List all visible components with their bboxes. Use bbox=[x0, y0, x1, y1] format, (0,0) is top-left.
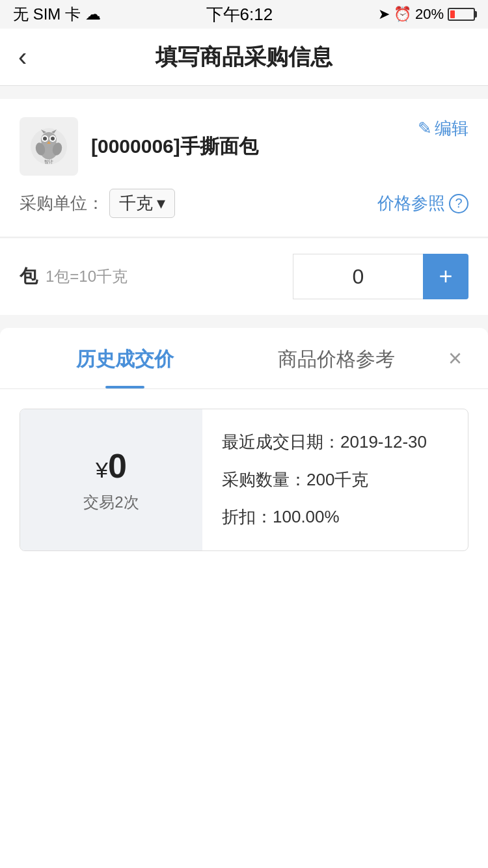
product-left: 智计 [0000006]手撕面包 bbox=[20, 117, 258, 176]
quantity-unit-info: 包 1包=10千克 bbox=[20, 264, 128, 289]
edit-button[interactable]: ✎ 编辑 bbox=[418, 117, 468, 140]
price-card: ¥0 交易2次 最近成交日期：2019-12-30 采购数量：200千克 折扣：… bbox=[20, 409, 468, 551]
unit-selector-group: 采购单位： 千克 ▾ bbox=[20, 189, 175, 218]
quantity-input[interactable]: 0 bbox=[293, 254, 423, 299]
price-amount: ¥0 bbox=[96, 446, 127, 485]
purchase-qty-row: 采购数量：200千克 bbox=[222, 467, 448, 494]
edit-icon: ✎ bbox=[418, 118, 432, 139]
status-left: 无 SIM 卡 ☁ bbox=[13, 4, 101, 25]
quantity-row: 包 1包=10千克 0 + bbox=[0, 238, 488, 315]
battery-percent: 20% bbox=[415, 6, 444, 23]
battery-icon bbox=[448, 8, 475, 21]
trade-count: 交易2次 bbox=[83, 492, 139, 513]
quantity-controls: 0 + bbox=[293, 254, 468, 299]
back-button[interactable]: ‹ bbox=[18, 42, 27, 72]
currency-symbol: ¥ bbox=[96, 457, 108, 482]
unit-badge: 包 bbox=[20, 264, 38, 289]
product-card: 智计 [0000006]手撕面包 ✎ 编辑 采购单位： 千克 ▾ 价格参照 ? bbox=[0, 99, 488, 236]
sim-label: 无 SIM 卡 ☁ bbox=[13, 4, 101, 25]
unit-select-dropdown[interactable]: 千克 ▾ bbox=[109, 189, 175, 218]
quantity-section: 包 1包=10千克 0 + bbox=[0, 237, 488, 315]
location-icon: ➤ bbox=[378, 6, 390, 23]
nav-bar: ‹ 填写商品采购信息 bbox=[0, 29, 488, 86]
svg-point-5 bbox=[43, 137, 47, 141]
tab-close-button[interactable]: × bbox=[442, 338, 468, 379]
status-time: 下午6:12 bbox=[206, 3, 273, 26]
page-title: 填写商品采购信息 bbox=[156, 42, 332, 72]
status-bar: 无 SIM 卡 ☁ 下午6:12 ➤ ⏰ 20% bbox=[0, 0, 488, 29]
svg-point-6 bbox=[51, 137, 55, 141]
svg-text:智计: 智计 bbox=[44, 159, 53, 164]
discount-row: 折扣：100.00% bbox=[222, 504, 448, 531]
tab-history-price[interactable]: 历史成交价 bbox=[20, 328, 230, 388]
bottom-space bbox=[0, 571, 488, 868]
battery-fill bbox=[450, 10, 455, 18]
tabs-header: 历史成交价 商品价格参考 × bbox=[0, 328, 488, 389]
quantity-plus-button[interactable]: + bbox=[423, 254, 468, 299]
status-right: ➤ ⏰ 20% bbox=[378, 6, 475, 23]
price-left-panel: ¥0 交易2次 bbox=[20, 409, 202, 550]
tab-price-reference[interactable]: 商品价格参考 bbox=[230, 328, 441, 388]
unit-label: 采购单位： bbox=[20, 192, 104, 215]
product-header: 智计 [0000006]手撕面包 ✎ 编辑 bbox=[20, 117, 468, 176]
help-icon: ? bbox=[449, 194, 468, 213]
product-name: [0000006]手撕面包 bbox=[91, 133, 258, 160]
product-thumbnail: 智计 bbox=[20, 117, 78, 176]
recent-date-row: 最近成交日期：2019-12-30 bbox=[222, 429, 448, 456]
product-logo: 智计 bbox=[29, 127, 68, 166]
price-reference-button[interactable]: 价格参照 ? bbox=[377, 192, 468, 215]
price-right-panel: 最近成交日期：2019-12-30 采购数量：200千克 折扣：100.00% bbox=[202, 409, 468, 550]
chevron-down-icon: ▾ bbox=[157, 193, 165, 213]
tabs-section: 历史成交价 商品价格参考 × ¥0 交易2次 最近成交日期：2019-12-30… bbox=[0, 328, 488, 868]
unit-conversion: 1包=10千克 bbox=[46, 266, 128, 287]
product-unit-row: 采购单位： 千克 ▾ 价格参照 ? bbox=[20, 189, 468, 218]
alarm-icon: ⏰ bbox=[394, 6, 411, 23]
